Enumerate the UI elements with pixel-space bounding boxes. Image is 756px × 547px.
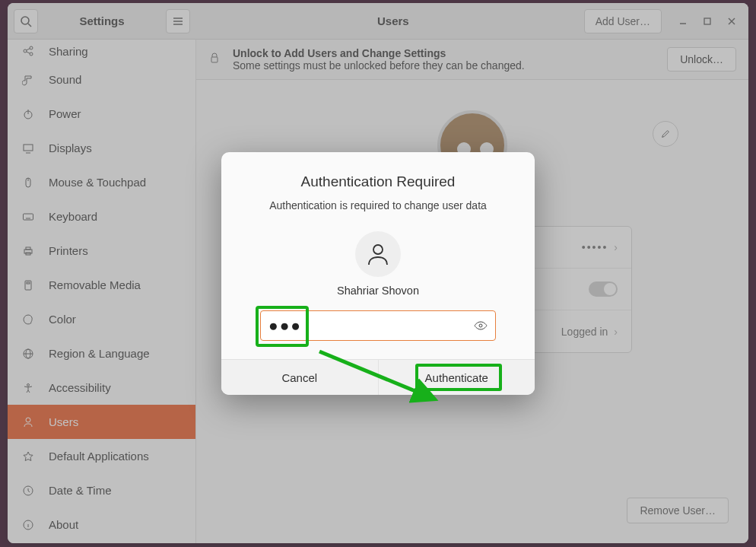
dialog-message: Authentication is required to change use…: [269, 199, 487, 211]
dialog-title: Authentication Required: [301, 173, 456, 190]
reveal-password-button[interactable]: [474, 319, 488, 332]
authenticate-button[interactable]: Authenticate: [378, 360, 535, 395]
password-field-wrap: [260, 310, 496, 341]
person-icon: [365, 241, 391, 267]
svg-point-40: [373, 245, 383, 254]
auth-avatar: [355, 231, 401, 277]
cancel-button[interactable]: Cancel: [221, 360, 378, 395]
svg-point-41: [479, 324, 482, 327]
auth-username: Shahriar Shovon: [337, 285, 419, 297]
eye-icon: [474, 319, 488, 332]
password-input[interactable]: [268, 316, 474, 335]
modal-overlay: Authentication Required Authentication i…: [0, 0, 756, 547]
auth-dialog: Authentication Required Authentication i…: [221, 152, 535, 395]
